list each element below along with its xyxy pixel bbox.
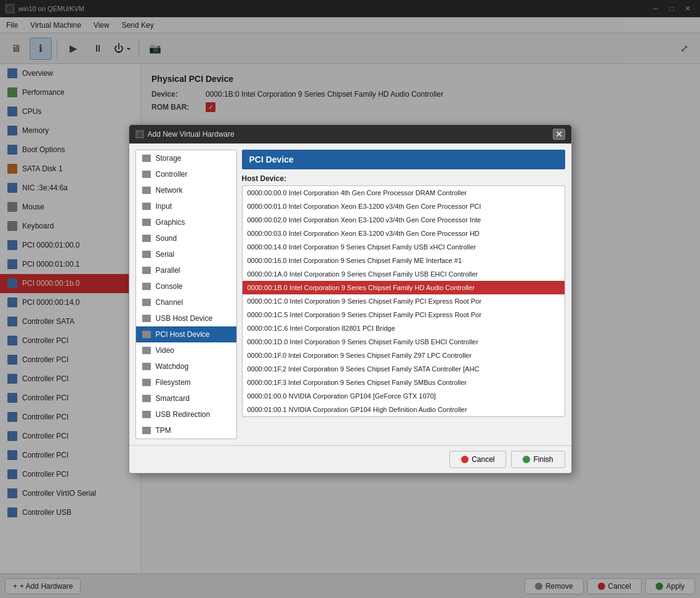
dialog-left-item-controller[interactable]: Controller <box>136 166 236 182</box>
dlg-icon-tpm <box>141 426 152 435</box>
dlg-label-channel: Channel <box>156 298 183 307</box>
dlg-label-input: Input <box>156 202 172 211</box>
dlg-label-usb-host: USB Host Device <box>156 314 213 323</box>
device-list-item[interactable]: 0000:00:1C.5 Intel Corporation 9 Series … <box>243 308 565 321</box>
device-list-item[interactable]: 0000:00:1F.2 Intel Corporation 9 Series … <box>243 362 565 376</box>
cancel-label: Cancel <box>472 455 494 464</box>
dlg-icon-sound <box>141 233 152 243</box>
dlg-icon-console <box>141 281 152 291</box>
device-list-item[interactable]: 0000:00:1B.0 Intel Corporation 9 Series … <box>243 281 565 294</box>
dlg-icon-pci-host <box>141 329 152 339</box>
device-list-item[interactable]: 0000:00:1C.6 Intel Corporation 82801 PCI… <box>243 321 565 335</box>
device-list-item[interactable]: 0000:00:1C.0 Intel Corporation 9 Series … <box>243 294 565 308</box>
dialog-left-item-network[interactable]: Network <box>136 182 236 198</box>
add-hardware-dialog: ⬛ Add New Virtual Hardware ✕ StorageCont… <box>129 124 572 474</box>
dlg-icon-usb-host <box>141 313 152 323</box>
dialog-left-item-filesystem[interactable]: Filesystem <box>136 374 236 390</box>
dlg-icon-serial <box>141 249 152 259</box>
device-list-item[interactable]: 0000:00:00.0 Intel Corporation 4th Gen C… <box>243 186 565 200</box>
cancel-icon <box>461 456 469 463</box>
dialog-footer: Cancel Finish <box>129 445 571 473</box>
dialog-overlay: ⬛ Add New Virtual Hardware ✕ StorageCont… <box>0 0 700 598</box>
device-list-item[interactable]: 0000:00:14.0 Intel Corporation 9 Series … <box>243 240 565 254</box>
device-list-item[interactable]: 0000:00:1F.3 Intel Corporation 9 Series … <box>243 376 565 389</box>
dlg-icon-watchdog <box>141 362 152 371</box>
dialog-left-item-serial[interactable]: Serial <box>136 246 236 262</box>
dialog-left-item-watchdog[interactable]: Watchdog <box>136 358 236 374</box>
dialog-left-item-input[interactable]: Input <box>136 198 236 214</box>
dlg-label-console: Console <box>156 282 183 291</box>
device-list-item[interactable]: 0000:00:1F.0 Intel Corporation 9 Series … <box>243 349 565 362</box>
dialog-left-item-sound[interactable]: Sound <box>136 230 236 246</box>
dialog-left-item-parallel[interactable]: Parallel <box>136 262 236 278</box>
dlg-icon-channel <box>141 297 152 307</box>
dlg-label-controller: Controller <box>156 170 188 179</box>
host-device-label: Host Device: <box>242 174 565 183</box>
finish-label: Finish <box>533 455 553 464</box>
dialog-left-item-storage[interactable]: Storage <box>136 150 236 166</box>
device-list-item[interactable]: 0000:00:1A.0 Intel Corporation 9 Series … <box>243 267 565 281</box>
finish-icon <box>523 456 530 463</box>
dialog-body: StorageControllerNetworkInputGraphicsSou… <box>129 143 571 445</box>
dialog-left-item-usb-host[interactable]: USB Host Device <box>136 310 236 326</box>
dlg-icon-storage <box>141 153 152 163</box>
dialog-right-header: PCI Device <box>242 150 565 169</box>
device-list-item[interactable]: 0000:00:02.0 Intel Corporation Xeon E3-1… <box>243 213 565 227</box>
dlg-label-usb-redir: USB Redirection <box>156 410 211 419</box>
dialog-close-button[interactable]: ✕ <box>553 129 565 140</box>
device-list-item[interactable]: 0000:00:03.0 Intel Corporation Xeon E3-1… <box>243 227 565 240</box>
device-list-item[interactable]: 0000:00:01.0 Intel Corporation Xeon E3-1… <box>243 200 565 213</box>
dlg-icon-parallel <box>141 265 152 275</box>
device-list-item[interactable]: 0000:01:00.0 NVIDIA Corporation GP104 [G… <box>243 389 565 403</box>
dlg-label-storage: Storage <box>156 154 182 163</box>
dialog-left-panel: StorageControllerNetworkInputGraphicsSou… <box>135 150 237 439</box>
dialog-left-item-graphics[interactable]: Graphics <box>136 214 236 230</box>
dlg-icon-graphics <box>141 217 152 227</box>
device-list-item[interactable]: 0000:01:00.1 NVIDIA Corporation GP104 Hi… <box>243 403 565 416</box>
dialog-right-panel: PCI Device Host Device: 0000:00:00.0 Int… <box>242 150 565 439</box>
dlg-icon-network <box>141 185 152 195</box>
dlg-icon-filesystem <box>141 378 152 387</box>
device-list-item[interactable]: 0000:00:16.0 Intel Corporation 9 Series … <box>243 254 565 267</box>
dialog-cancel-button[interactable]: Cancel <box>449 451 506 468</box>
dialog-left-item-smartcard[interactable]: Smartcard <box>136 390 236 406</box>
dlg-icon-input <box>141 201 152 211</box>
dialog-title-left: ⬛ Add New Virtual Hardware <box>135 130 235 139</box>
dialog-title-text: Add New Virtual Hardware <box>148 130 235 139</box>
dlg-icon-controller <box>141 169 152 179</box>
dialog-left-item-console[interactable]: Console <box>136 278 236 294</box>
dlg-label-filesystem: Filesystem <box>156 378 191 387</box>
dlg-label-watchdog: Watchdog <box>156 362 189 371</box>
dialog-left-item-video[interactable]: Video <box>136 342 236 358</box>
dlg-label-graphics: Graphics <box>156 218 185 227</box>
dlg-icon-smartcard <box>141 394 152 403</box>
dialog-left-item-rng[interactable]: RNG <box>136 438 236 439</box>
dialog-left-item-pci-host[interactable]: PCI Host Device <box>136 326 236 342</box>
dlg-icon-video <box>141 345 152 355</box>
dlg-label-video: Video <box>156 346 174 355</box>
dialog-finish-button[interactable]: Finish <box>511 451 565 468</box>
device-list-item[interactable]: 0000:00:1D.0 Intel Corporation 9 Series … <box>243 335 565 349</box>
dialog-left-item-channel[interactable]: Channel <box>136 294 236 310</box>
dlg-label-sound: Sound <box>156 234 177 243</box>
dialog-title-icon: ⬛ <box>135 130 144 139</box>
dialog-left-item-tpm[interactable]: TPM <box>136 422 236 438</box>
dialog-left-item-usb-redir[interactable]: USB Redirection <box>136 406 236 422</box>
dlg-label-smartcard: Smartcard <box>156 394 190 403</box>
dlg-label-pci-host: PCI Host Device <box>156 330 210 339</box>
dlg-label-parallel: Parallel <box>156 266 180 275</box>
dialog-title-bar: ⬛ Add New Virtual Hardware ✕ <box>129 125 571 143</box>
dlg-label-network: Network <box>156 186 183 195</box>
dlg-label-serial: Serial <box>156 250 175 259</box>
dlg-icon-usb-redir <box>141 410 152 419</box>
dlg-label-tpm: TPM <box>156 426 171 435</box>
device-list[interactable]: 0000:00:00.0 Intel Corporation 4th Gen C… <box>242 185 565 417</box>
